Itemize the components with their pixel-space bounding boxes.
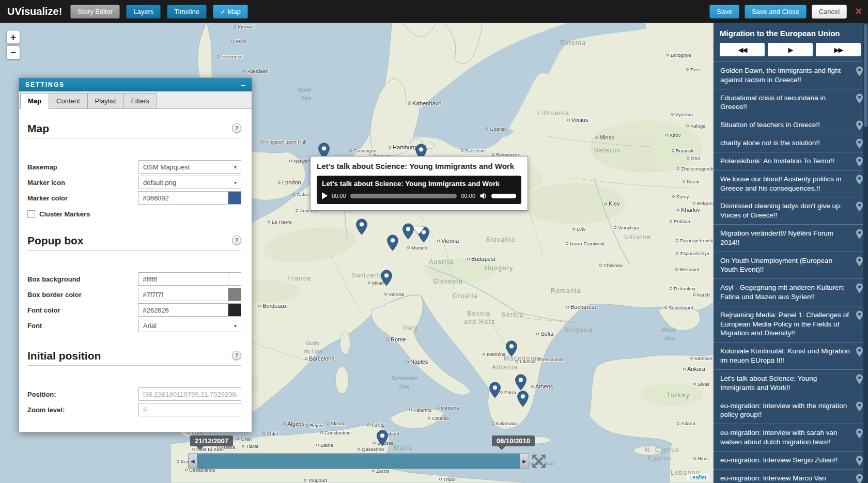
map-marker-pin-icon[interactable] — [381, 270, 393, 288]
zoom-level-input[interactable] — [138, 403, 241, 416]
map-label: Bologoye — [667, 52, 691, 58]
timeline-left-handle-icon[interactable]: ◄ — [189, 454, 197, 469]
map-marker-pin-icon[interactable] — [515, 374, 527, 393]
box-background-swatch[interactable] — [228, 272, 241, 286]
city-dot-icon — [217, 55, 220, 58]
map-marker-pin-icon[interactable] — [517, 391, 529, 409]
audio-player: Let's talk about Science: Young Immigran… — [317, 176, 521, 204]
zoom-in-button[interactable]: + — [6, 30, 20, 44]
initial-position-section: ? Initial position Position: Zoom level: — [27, 350, 241, 416]
section-heading: Popup box — [27, 235, 241, 247]
nav-button[interactable]: Story Editor — [70, 5, 120, 19]
map-label: Barcelona — [305, 355, 335, 362]
settings-tab[interactable]: Map — [20, 93, 49, 109]
marker-color-swatch[interactable] — [228, 191, 241, 205]
map-label: Inverness — [217, 54, 242, 59]
playlist-item[interactable]: We loose our blood! Austerity politics i… — [714, 170, 868, 198]
settings-tab[interactable]: Content — [49, 93, 88, 108]
action-button[interactable]: Save and Close — [745, 5, 807, 19]
speaker-icon[interactable] — [479, 192, 487, 199]
sidebar-scrollbar-thumb[interactable] — [864, 24, 867, 127]
cluster-markers-checkbox[interactable] — [27, 210, 35, 218]
font-color-input[interactable] — [138, 303, 228, 317]
playlist-item[interactable]: On Youth Unemployment (European Youth Ev… — [714, 252, 868, 279]
playlist-item[interactable]: Golden Dawn, the immigrants and fight ag… — [714, 62, 868, 89]
playlist-control-button[interactable]: ▶▶ — [816, 43, 861, 56]
playlist-item[interactable]: Migration verändert!// Nyéléni Forum 201… — [714, 225, 868, 252]
city-dot-icon — [677, 422, 679, 425]
map-marker-pin-icon[interactable] — [356, 219, 368, 237]
sidebar-scrollbar[interactable] — [863, 23, 868, 483]
nav-button[interactable]: Timeline — [167, 5, 207, 19]
box-background-input[interactable] — [138, 272, 228, 286]
playlist-item[interactable]: charity alone not is the solution!! — [714, 134, 868, 152]
map-label: Tripoli — [439, 476, 457, 482]
playlist-item[interactable]: Polanskifunk: An Invitation To Terror!! — [714, 152, 868, 170]
map-label: Malta — [394, 444, 413, 451]
playlist-item[interactable]: Educational crisis of secundaria in Gree… — [714, 89, 868, 117]
app-window: Kirkwall Wick Inverness Aberdeen Kingsto… — [0, 0, 868, 483]
play-icon[interactable] — [322, 192, 328, 199]
playlist-control-button[interactable]: ▶ — [768, 43, 813, 56]
playlist-item[interactable]: eu-migration: Interview Sergio Zulian!! — [714, 451, 868, 470]
map-marker-pin-icon[interactable] — [387, 235, 399, 253]
basemap-select[interactable]: OSM Mapquest▾ — [138, 160, 241, 174]
help-icon[interactable]: ? — [232, 236, 241, 245]
help-icon[interactable]: ? — [232, 123, 241, 133]
playlist-item[interactable]: Koloniale Kontinuität: Kunst und Migrati… — [714, 342, 868, 370]
playlist-item[interactable]: Situation of teachers in Greece!! — [714, 116, 868, 134]
nav-button[interactable]: ✓ Map — [213, 5, 248, 19]
nav-button[interactable]: Layers — [126, 5, 161, 19]
playlist-item[interactable]: Dismissed cleaning ladys don't give up: … — [714, 197, 868, 225]
settings-tabs: Map Content Playlist Filters — [19, 91, 252, 109]
playlist-item[interactable]: Asyl - Gegegnung mit anderen Kulturen: F… — [714, 279, 868, 306]
map-marker-pin-icon[interactable] — [506, 340, 518, 359]
map-label: Italy — [403, 324, 419, 332]
playlist-item[interactable]: eu-migration: Interview Marco Van Haeghe… — [714, 470, 868, 483]
map-zoom-control: + − — [6, 30, 20, 61]
cluster-markers-label: Cluster Markers — [39, 210, 90, 218]
close-icon[interactable]: × — [855, 6, 862, 17]
box-border-color-swatch[interactable] — [228, 288, 241, 301]
box-border-color-input[interactable] — [138, 288, 228, 301]
font-select[interactable]: Arial▾ — [138, 319, 241, 332]
map-marker-pin-icon[interactable] — [402, 223, 414, 242]
playlist-item[interactable]: Let's talk about Science: Young Immigran… — [714, 370, 868, 397]
playlist-control-button[interactable]: ◀◀ — [720, 43, 765, 56]
city-dot-icon — [667, 54, 669, 56]
city-dot-icon — [234, 25, 236, 28]
map-marker-pin-icon[interactable] — [377, 430, 389, 448]
font-color-swatch[interactable] — [228, 303, 241, 317]
settings-tab[interactable]: Filters — [123, 93, 157, 108]
map-label: Vilnius — [567, 117, 588, 123]
map-label: Romania — [551, 287, 581, 294]
action-button[interactable]: Cancel — [812, 5, 847, 19]
marker-icon-select[interactable]: default.png▾ — [138, 176, 241, 189]
map-label: Turkey — [667, 392, 690, 399]
timeline-right-handle-icon[interactable]: ► — [520, 454, 529, 469]
action-button[interactable]: Save — [709, 5, 739, 19]
volume-bar[interactable] — [491, 194, 516, 198]
map-marker-pin-icon[interactable] — [489, 382, 501, 400]
playlist-item[interactable]: Re|naming Media: Panel 1: Challenges of … — [714, 306, 868, 342]
playlist-item[interactable]: eu-migration: interview with sarah van w… — [714, 424, 868, 451]
city-dot-icon — [567, 119, 570, 121]
marker-color-input[interactable] — [138, 191, 228, 205]
city-dot-icon — [687, 157, 689, 160]
leaflet-attribution[interactable]: Leaflet — [687, 474, 708, 480]
map-label: Golfe — [306, 340, 319, 346]
map-label: Constantine — [320, 430, 351, 435]
help-icon[interactable]: ? — [232, 351, 241, 360]
timeline-slider[interactable]: ◄ ► — [188, 453, 529, 469]
minimize-icon[interactable]: − — [241, 81, 245, 89]
settings-tab[interactable]: Playlist — [87, 93, 124, 108]
position-input[interactable] — [138, 387, 241, 401]
map-label: Bordeaux — [258, 303, 287, 309]
progress-bar[interactable] — [350, 194, 457, 198]
timeline-end-date: 06/10/2010 — [492, 435, 535, 446]
map-label: Kalamata — [492, 420, 517, 426]
playlist-item[interactable]: eu-migration: interview with the migrati… — [714, 397, 868, 425]
popup-title: Let's talk about Science: Young Immigran… — [317, 162, 521, 170]
zoom-out-button[interactable]: − — [6, 45, 20, 59]
timeline-expand-icon[interactable] — [530, 453, 548, 472]
